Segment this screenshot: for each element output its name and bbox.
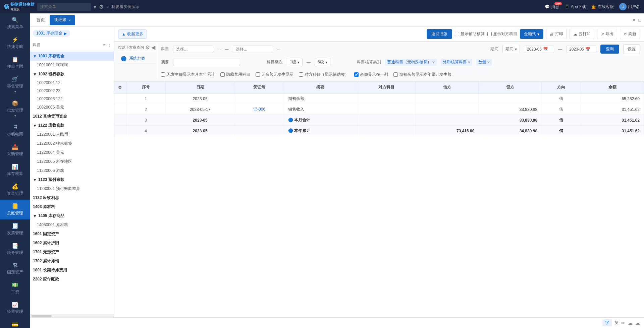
tab-home[interactable]: 首页 xyxy=(33,17,48,23)
list-view-icon[interactable]: ≡ xyxy=(102,42,106,48)
export-btn[interactable]: ↗ 导出 xyxy=(597,29,617,39)
tab-detail-ledger[interactable]: 明细账 × xyxy=(50,15,75,25)
query-collapse-icon[interactable]: ◀ xyxy=(151,44,155,51)
refresh-btn[interactable]: ↺ 刷新 xyxy=(620,29,640,39)
summary-input[interactable] xyxy=(173,59,240,66)
tree-item-10020006[interactable]: 10020006 美元 xyxy=(30,103,114,112)
left-scroll-bar[interactable] xyxy=(30,314,114,317)
subject-end-input[interactable] xyxy=(233,46,273,53)
app-download-btn[interactable]: 📱 App下载 xyxy=(565,4,586,10)
show-assist-checkbox[interactable] xyxy=(455,32,459,36)
status-edit-icon[interactable]: ✏ xyxy=(621,320,625,326)
period-start-input[interactable]: 2023-05 📅 xyxy=(524,46,554,53)
tree-item-1002[interactable]: ▼ 1002 银行存款 xyxy=(30,70,114,79)
sidebar-item-finance[interactable]: 💰 资金管理 xyxy=(0,180,30,200)
message-btn[interactable]: 💬 消息 99+ xyxy=(545,4,559,10)
subject-selector[interactable]: 1001 库存现金 ▶ xyxy=(33,30,70,37)
tree-item-1123[interactable]: ▼ 1123 预付账款 xyxy=(30,175,114,184)
tree-item-1701[interactable]: 1701 无形资产 xyxy=(30,248,114,257)
online-service-btn[interactable]: 💁 在线客服 xyxy=(591,4,614,10)
collapse-more-btn[interactable]: ▲ 收起更多 xyxy=(118,29,147,39)
settings-btn[interactable]: 设置 xyxy=(623,44,640,54)
tree-item-1012[interactable]: 1012 其他货币资金 xyxy=(30,112,114,121)
scheme-row[interactable]: 🔵 系统方案 xyxy=(118,54,155,64)
period-mode-select[interactable]: 期间 ▾ xyxy=(502,45,520,53)
status-cloud-icon1[interactable]: ☁ xyxy=(628,320,633,326)
level-start-select[interactable]: 1级 ▾ xyxy=(287,58,303,66)
cb-opposite-show-input[interactable] xyxy=(299,72,303,77)
tree-item-1122[interactable]: ▼ 1122 应收账款 xyxy=(30,121,114,130)
cb-period-balance-input[interactable] xyxy=(393,72,398,77)
tree-item-1405[interactable]: ▼ 1405 库存商品 xyxy=(30,211,114,220)
sidebar-item-retail[interactable]: 🛒 零售管理 ▾ xyxy=(0,73,30,97)
tab-close-btn[interactable]: ✕ xyxy=(632,17,636,23)
dropdown-icon[interactable]: ▾ xyxy=(94,4,96,10)
tree-item-10020002[interactable]: 10020002 23 xyxy=(30,87,114,95)
subject-start-input[interactable] xyxy=(173,46,213,53)
query-btn[interactable]: 查询 xyxy=(600,45,619,54)
cb-balance-one-col-input[interactable] xyxy=(354,72,359,77)
sidebar-item-general[interactable]: 📒 总账管理 xyxy=(0,200,30,219)
tree-item-11220006[interactable]: 11220006 游戏 xyxy=(30,166,114,175)
cb-no-balance[interactable]: 无发生额显示本月本年累计 xyxy=(161,72,215,77)
cb-no-balance-show[interactable]: 无余额无发生显示 xyxy=(256,72,293,77)
tab-close-icon[interactable]: × xyxy=(68,18,70,22)
cb-hide-disabled-input[interactable] xyxy=(220,72,225,77)
sidebar-item-invoice[interactable]: 🧾 发票管理 xyxy=(0,219,30,239)
status-lang-btn[interactable]: 字 xyxy=(602,319,612,326)
back-old-btn[interactable]: 返回旧版 xyxy=(427,29,452,39)
tag-normal-close[interactable]: × xyxy=(432,60,435,65)
sidebar-item-tax[interactable]: 📑 税务管理 xyxy=(0,239,30,259)
tree-item-11220005[interactable]: 11220005 所在地区 xyxy=(30,157,114,166)
sidebar-item-inventory[interactable]: 📊 库存核算 xyxy=(0,160,30,180)
tree-item-11220002[interactable]: 11220002 往来标签 xyxy=(30,139,114,148)
tree-item-14050001[interactable]: 14050001 原材料 xyxy=(30,220,114,229)
sidebar-item-project[interactable]: 📋 项目合同 xyxy=(0,53,30,73)
show-opposite-check[interactable]: 显示对方科目 xyxy=(487,31,517,37)
search-input[interactable] xyxy=(37,3,91,11)
tree-item-11230001[interactable]: 11230001 预付账款差异 xyxy=(30,184,114,193)
sidebar-item-xiaochang[interactable]: 💳 小畅报销 xyxy=(0,318,30,328)
cloud-print-btn[interactable]: ☁ 云打印 xyxy=(570,29,594,39)
demo-link[interactable]: 我要看实例演示 xyxy=(111,4,140,10)
show-assist-check[interactable]: 显示辅助核算 xyxy=(455,31,485,37)
tree-item-10020003[interactable]: 10020003 122 xyxy=(30,95,114,103)
col-gear[interactable]: ⚙ xyxy=(114,82,126,93)
cb-period-balance[interactable]: 期初余额显示本年累计发生额 xyxy=(393,72,451,77)
user-avatar[interactable]: U 用户名 xyxy=(619,3,640,10)
sidebar-item-operation[interactable]: 📈 经营管理 xyxy=(0,298,30,318)
tree-item-1801[interactable]: 1801 长期待摊费用 xyxy=(30,266,114,275)
sidebar-item-fixed[interactable]: 🏗 固定资产 xyxy=(0,259,30,278)
amount-style-btn[interactable]: 金额式 ▾ xyxy=(520,29,543,39)
period-end-input[interactable]: 2023-05 📅 xyxy=(566,46,596,53)
sidebar-item-wholesale[interactable]: 📦 批发管理 ▾ xyxy=(0,97,30,121)
level-end-select[interactable]: 6级 ▾ xyxy=(315,58,330,66)
tree-item-11220004[interactable]: 11220004 美元 xyxy=(30,148,114,157)
tree-item-11220001[interactable]: 11220001 人民币 xyxy=(30,130,114,139)
sidebar-item-quick-nav[interactable]: ⚡ 快捷导航 xyxy=(0,33,30,53)
voucher-link-2[interactable]: 记-006 xyxy=(253,107,265,112)
sidebar-item-purchase[interactable]: 📥 采购管理 xyxy=(0,140,30,160)
tree-item-2202[interactable]: 2202 应付账款 xyxy=(30,275,114,284)
show-opposite-checkbox[interactable] xyxy=(487,32,492,36)
sidebar-item-ecommerce[interactable]: 🖥 小畅电商 xyxy=(0,121,30,140)
cell-voucher-2[interactable]: 记-006 xyxy=(235,104,284,115)
status-cloud-icon2[interactable]: ☁ xyxy=(635,320,640,326)
cb-opposite-show[interactable]: 对方科目（显示辅助项） xyxy=(299,72,349,77)
tree-item-10020001[interactable]: 10020001 12 xyxy=(30,79,114,87)
tag-foreign-close[interactable]: × xyxy=(468,60,470,65)
cb-balance-one-col[interactable]: 余额显示在一列 xyxy=(354,72,388,77)
query-config-icon[interactable]: ⚙ xyxy=(145,44,150,51)
cb-no-balance-input[interactable] xyxy=(161,72,165,77)
tree-item-1001[interactable]: ▼ 1001 库存现金 xyxy=(30,52,114,61)
sidebar-item-salary[interactable]: 💵 工资 xyxy=(0,278,30,298)
tree-item-1602[interactable]: 1602 累计折旧 xyxy=(30,239,114,248)
print-btn[interactable]: 🖨 打印 xyxy=(546,29,567,39)
cb-no-balance-show-input[interactable] xyxy=(256,72,260,77)
sort-icon[interactable]: ↕ xyxy=(108,42,111,48)
tree-item-1702[interactable]: 1702 累计摊销 xyxy=(30,257,114,266)
settings-icon[interactable]: ⚙ xyxy=(99,4,104,10)
lang-toggle[interactable]: 英 xyxy=(614,320,619,326)
sidebar-item-search[interactable]: 🔍 搜索菜单 xyxy=(0,13,30,33)
tag-quantity-close[interactable]: × xyxy=(487,60,490,65)
